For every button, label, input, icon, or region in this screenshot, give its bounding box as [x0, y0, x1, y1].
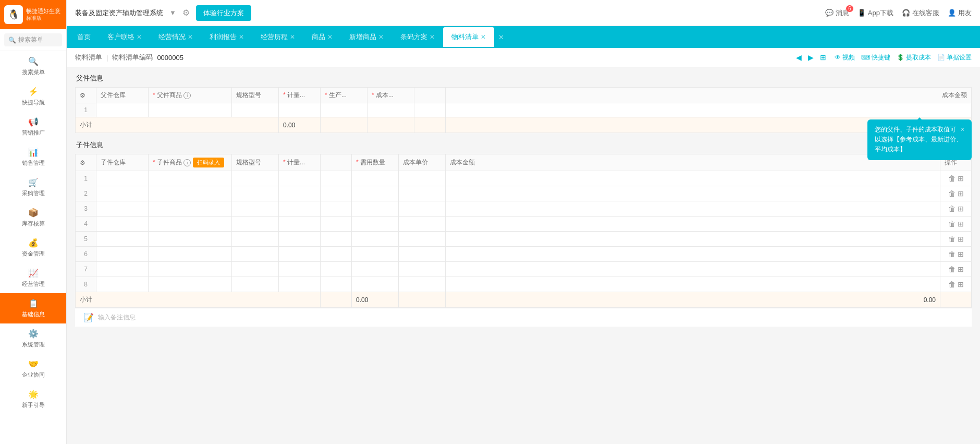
child-col-gear[interactable]: ⚙	[76, 154, 96, 171]
nav-tab-operations_status[interactable]: 经营情况 ✕	[150, 27, 201, 47]
child-warehouse-cell-2[interactable]	[96, 186, 149, 201]
nav-tab-bom[interactable]: 物料清单 ✕	[443, 27, 494, 47]
user-avatar-button[interactable]: 👤 用友	[948, 8, 972, 18]
child-copy-icon-8[interactable]: ⊞	[958, 280, 964, 289]
nav-tab-ops_history[interactable]: 经营历程 ✕	[252, 27, 303, 47]
breadcrumb-bom[interactable]: 物料清单	[75, 53, 102, 62]
online-service-button[interactable]: 🎧 在线客服	[902, 8, 939, 18]
view-video-button[interactable]: 👁 视频	[835, 53, 855, 62]
child-copy-icon-6[interactable]: ⊞	[958, 250, 964, 258]
doc-settings-button[interactable]: 📄 单据设置	[937, 53, 972, 62]
child-warehouse-cell-6[interactable]	[96, 247, 149, 262]
parent-col-gear[interactable]: ⚙	[76, 88, 96, 103]
child-spec-cell-7[interactable]	[232, 262, 279, 277]
parent-warehouse-cell[interactable]	[96, 103, 149, 117]
child-unit-cost-cell-1[interactable]	[399, 171, 446, 186]
parent-product-info-icon[interactable]: i	[183, 92, 191, 99]
sidebar-item-marketing[interactable]: 📢营销推广	[0, 112, 66, 142]
close-tab-new_product[interactable]: ✕	[378, 33, 384, 41]
close-tab-barcode[interactable]: ✕	[430, 33, 435, 41]
child-qty-cell-5[interactable]	[279, 232, 321, 247]
child-warehouse-cell-8[interactable]	[96, 277, 149, 292]
gear-settings-icon[interactable]: ⚙	[182, 8, 190, 18]
close-tab-customer[interactable]: ✕	[137, 33, 142, 41]
child-product-cell-3[interactable]	[149, 201, 232, 217]
child-copy-icon-7[interactable]: ⊞	[958, 265, 964, 273]
sidebar-item-system[interactable]: ⚙️系统管理	[0, 323, 66, 354]
child-spec-cell-3[interactable]	[232, 201, 279, 217]
child-copy-icon-2[interactable]: ⊞	[958, 189, 964, 198]
sidebar-search-container[interactable]: 🔍 搜索菜单	[0, 29, 66, 51]
child-unit-cost-cell-8[interactable]	[399, 277, 446, 292]
child-qty-needed-cell-5[interactable]	[352, 232, 399, 247]
child-qty-needed-cell-2[interactable]	[352, 186, 399, 201]
child-qty-cell-4[interactable]	[279, 217, 321, 232]
parent-product-cell[interactable]	[149, 103, 232, 117]
nav-tab-barcode[interactable]: 条码方案 ✕	[392, 27, 443, 47]
sidebar-item-enterprise[interactable]: 🤝企业协同	[0, 354, 66, 384]
extract-cost-button[interactable]: 💲 提取成本	[897, 53, 931, 62]
sidebar-item-guide[interactable]: 🌟新手引导	[0, 384, 66, 414]
sidebar-item-purchase[interactable]: 🛒采购管理	[0, 172, 66, 202]
child-warehouse-cell-3[interactable]	[96, 201, 149, 217]
child-qty-needed-cell-3[interactable]	[352, 201, 399, 217]
child-delete-icon-1[interactable]: 🗑	[948, 174, 956, 183]
sidebar-item-finance[interactable]: 💰资金管理	[0, 233, 66, 263]
search-input[interactable]: 🔍 搜索菜单	[4, 33, 62, 46]
child-product-cell-5[interactable]	[149, 232, 232, 247]
child-delete-icon-8[interactable]: 🗑	[948, 280, 956, 289]
scan-input-button[interactable]: 扫码录入	[193, 158, 224, 167]
sidebar-item-nav[interactable]: ⚡快捷导航	[0, 81, 66, 112]
app-download-button[interactable]: 📱 App下载	[858, 8, 893, 18]
child-product-info-icon[interactable]: i	[183, 159, 191, 166]
child-product-cell-7[interactable]	[149, 262, 232, 277]
close-tab-profit_report[interactable]: ✕	[239, 33, 244, 41]
child-copy-icon-4[interactable]: ⊞	[958, 220, 964, 228]
nav-tab-product[interactable]: 商品 ✕	[303, 27, 341, 47]
sidebar-item-basic[interactable]: 📋基础信息	[0, 293, 66, 323]
nav-tab-customer[interactable]: 客户联络 ✕	[99, 27, 150, 47]
prev-record-button[interactable]: ◀	[794, 52, 804, 63]
child-unit-cost-cell-7[interactable]	[399, 262, 446, 277]
sidebar-item-sales[interactable]: 📊销售管理	[0, 142, 66, 172]
child-delete-icon-3[interactable]: 🗑	[948, 205, 956, 213]
child-qty-needed-cell-1[interactable]	[352, 171, 399, 186]
parent-spec-cell[interactable]	[232, 103, 279, 117]
close-tab-bom[interactable]: ✕	[481, 33, 486, 41]
child-product-cell-8[interactable]	[149, 277, 232, 292]
child-unit-cost-cell-3[interactable]	[399, 201, 446, 217]
child-spec-cell-2[interactable]	[232, 186, 279, 201]
child-qty-needed-cell-7[interactable]	[352, 262, 399, 277]
system-title-dropdown-icon[interactable]: ▼	[169, 9, 176, 17]
parent-qty-cell[interactable]	[279, 103, 321, 117]
child-unit-cost-cell-4[interactable]	[399, 217, 446, 232]
shortcut-button[interactable]: ⌨ 快捷键	[861, 53, 890, 62]
child-warehouse-cell-7[interactable]	[96, 262, 149, 277]
child-warehouse-cell-5[interactable]	[96, 232, 149, 247]
close-tab-product[interactable]: ✕	[327, 33, 333, 41]
child-product-cell-1[interactable]	[149, 171, 232, 186]
child-qty-needed-cell-4[interactable]	[352, 217, 399, 232]
close-tab-operations_status[interactable]: ✕	[188, 33, 193, 41]
child-warehouse-cell-4[interactable]	[96, 217, 149, 232]
child-qty-cell-6[interactable]	[279, 247, 321, 262]
child-qty-cell-2[interactable]	[279, 186, 321, 201]
child-qty-cell-1[interactable]	[279, 171, 321, 186]
child-unit-cost-cell-6[interactable]	[399, 247, 446, 262]
child-spec-cell-1[interactable]	[232, 171, 279, 186]
child-unit-cost-cell-2[interactable]	[399, 186, 446, 201]
close-tab-ops_history[interactable]: ✕	[290, 33, 295, 41]
child-spec-cell-5[interactable]	[232, 232, 279, 247]
messages-button[interactable]: 💬 消息 6	[825, 8, 849, 18]
child-qty-cell-7[interactable]	[279, 262, 321, 277]
next-record-button[interactable]: ▶	[806, 52, 816, 63]
child-delete-icon-7[interactable]: 🗑	[948, 265, 956, 273]
child-qty-cell-3[interactable]	[279, 201, 321, 217]
child-qty-needed-cell-8[interactable]	[352, 277, 399, 292]
expand-button[interactable]: ⊞	[818, 52, 828, 63]
notes-placeholder[interactable]: 输入备注信息	[98, 313, 136, 322]
child-copy-icon-3[interactable]: ⊞	[958, 205, 964, 213]
sidebar-item-inventory[interactable]: 📦库存核算	[0, 202, 66, 233]
child-copy-icon-5[interactable]: ⊞	[958, 235, 964, 243]
close-all-tabs-button[interactable]: ✕	[494, 29, 508, 45]
